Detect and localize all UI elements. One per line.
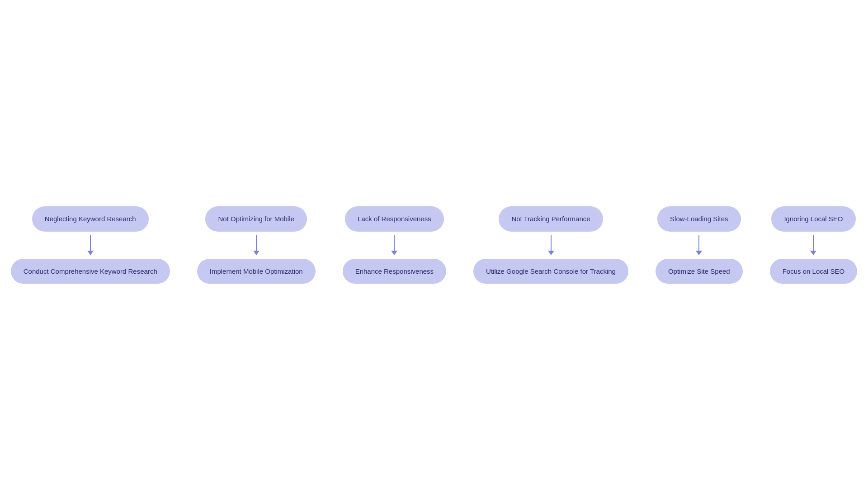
problem-node-2: Not Optimizing for Mobile (205, 206, 307, 232)
arrow-line (698, 235, 699, 251)
arrow-head (391, 251, 397, 255)
arrow-head (810, 251, 816, 255)
solution-node-5: Optimize Site Speed (656, 259, 743, 284)
problem-node-5: Slow-Loading Sites (657, 206, 741, 232)
arrow-2 (253, 232, 259, 259)
solution-node-1: Conduct Comprehensive Keyword Research (11, 259, 170, 284)
arrow-icon-2 (253, 235, 259, 255)
arrow-3 (391, 232, 397, 259)
flow-group-4: Not Tracking PerformanceUtilize Google S… (473, 206, 628, 284)
arrow-6 (810, 232, 816, 259)
arrow-4 (548, 232, 554, 259)
arrow-1 (87, 232, 94, 259)
problem-node-3: Lack of Responsiveness (345, 206, 444, 232)
arrow-head (548, 251, 554, 255)
solution-node-2: Implement Mobile Optimization (197, 259, 316, 284)
arrow-line (394, 235, 395, 251)
arrow-line (813, 235, 814, 251)
arrow-icon-3 (391, 235, 397, 255)
solution-node-6: Focus on Local SEO (770, 259, 858, 284)
solution-node-3: Enhance Responsiveness (343, 259, 446, 284)
problem-node-1: Neglecting Keyword Research (32, 206, 149, 232)
solution-node-4: Utilize Google Search Console for Tracki… (473, 259, 628, 284)
flow-group-5: Slow-Loading SitesOptimize Site Speed (656, 206, 743, 284)
arrow-icon-1 (87, 235, 94, 255)
arrow-head (696, 251, 702, 255)
arrow-head (253, 251, 259, 255)
arrow-icon-5 (696, 235, 702, 255)
arrow-line (90, 235, 91, 251)
problem-node-6: Ignoring Local SEO (771, 206, 855, 232)
flow-group-6: Ignoring Local SEOFocus on Local SEO (770, 206, 858, 284)
arrow-5 (696, 232, 702, 259)
flow-group-3: Lack of ResponsivenessEnhance Responsive… (343, 206, 446, 284)
arrow-icon-6 (810, 235, 816, 255)
flow-group-2: Not Optimizing for MobileImplement Mobil… (197, 206, 316, 284)
arrow-head (87, 251, 94, 255)
diagram-container: Neglecting Keyword ResearchConduct Compr… (0, 0, 868, 490)
arrow-line (256, 235, 257, 251)
arrow-line (551, 235, 552, 251)
flow-group-1: Neglecting Keyword ResearchConduct Compr… (11, 206, 170, 284)
arrow-icon-4 (548, 235, 554, 255)
problem-node-4: Not Tracking Performance (499, 206, 603, 232)
